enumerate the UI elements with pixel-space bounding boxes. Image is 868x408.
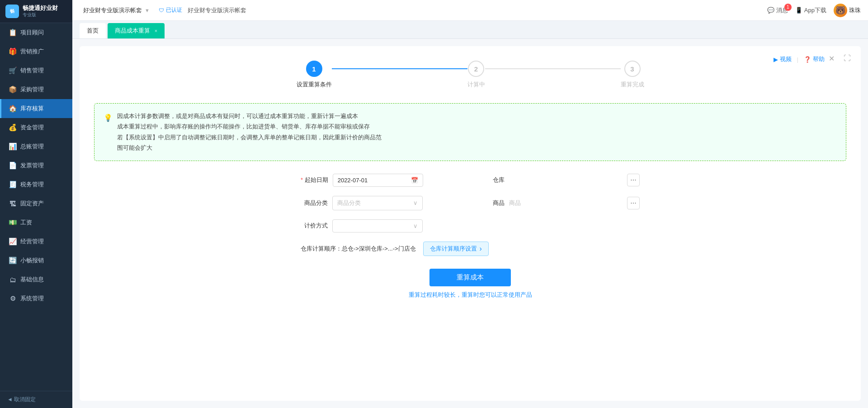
step-label-3: 重算完成: [621, 81, 644, 89]
tab-cost-recalc[interactable]: 商品成本重算 ×: [108, 23, 165, 38]
message-icon: 💬: [767, 7, 774, 14]
user-avatar-group[interactable]: 🐻 珠珠: [834, 4, 861, 17]
goods-placeholder: 商品: [509, 199, 521, 206]
sidebar-item-system[interactable]: ⚙ 系统管理: [0, 289, 72, 308]
sidebar-title: 畅捷通好业财: [23, 5, 58, 12]
goods-group: 商品 商品 ···: [477, 197, 640, 209]
warehouse-order-btn-label: 仓库计算顺序设置: [430, 245, 477, 253]
sidebar-item-invoice[interactable]: 📄 发票管理: [0, 156, 72, 175]
help-link[interactable]: ❓ 帮助: [804, 55, 825, 63]
sidebar-item-base[interactable]: 🗂 基础信息: [0, 270, 72, 289]
base-icon: 🗂: [9, 276, 17, 284]
project-icon: 📋: [9, 28, 17, 37]
warehouse-label: 仓库: [477, 176, 505, 184]
video-label: 视频: [780, 55, 792, 63]
step-label-1: 设置重算条件: [297, 81, 332, 89]
notice-line: 因成本计算参数调整，或是对商品成本有疑问时，可以通过成本重算功能，重新计算一遍成…: [117, 111, 382, 121]
active-tab-label: 商品成本重算: [115, 27, 150, 34]
warehouse-order-label: 仓库计算顺序：总仓->深圳仓库->...->门店仓: [301, 245, 416, 253]
message-button[interactable]: 💬 消息 1: [767, 6, 788, 14]
account-select[interactable]: 好业财专业版演示帐套 ▼: [80, 5, 153, 16]
start-date-label: 起始日期: [301, 176, 328, 184]
inventory-icon: 🏠: [9, 104, 17, 113]
sidebar-unpin[interactable]: ◄ 取消固定: [0, 391, 72, 408]
home-tab-label: 首页: [87, 27, 99, 34]
panel-expand-btn[interactable]: ⛶: [841, 53, 854, 64]
sidebar-item-inventory[interactable]: 🏠 库存核算: [0, 99, 72, 118]
pricing-group: 计价方式 ∨: [301, 219, 463, 232]
play-icon: ▶: [774, 56, 778, 63]
sidebar-item-label-expense: 小畅报销: [20, 256, 44, 265]
step-3: 3 重算完成: [621, 61, 644, 89]
stepper: 1 设置重算条件 2 计算中 3 重算完成: [94, 57, 846, 89]
recalc-button[interactable]: 重算成本: [429, 269, 511, 286]
pricing-chevron-icon: ∨: [413, 223, 418, 229]
verified-label: 已认证: [166, 6, 182, 14]
goods-dots-btn[interactable]: ···: [627, 197, 640, 209]
step-circle-1: 1: [306, 61, 322, 77]
sidebar-item-salary[interactable]: 💵 工资: [0, 213, 72, 232]
tax-icon: 🧾: [9, 180, 17, 189]
warehouse-dots-btn[interactable]: ···: [627, 174, 640, 186]
start-date-input[interactable]: 2022-07-01 📅: [333, 174, 423, 187]
step-circle-3: 3: [624, 61, 641, 77]
sidebar-item-purchase[interactable]: 📦 采购管理: [0, 80, 72, 99]
warehouse-order-btn[interactable]: 仓库计算顺序设置 ›: [423, 242, 489, 256]
sidebar-item-project[interactable]: 📋 项目顾问: [0, 23, 72, 42]
message-badge: 1: [784, 4, 792, 11]
tab-home[interactable]: 首页: [80, 23, 106, 38]
sidebar-item-sales[interactable]: 🛒 销售管理: [0, 61, 72, 80]
video-link[interactable]: ▶ 视频: [774, 55, 792, 63]
topbar: 好业财专业版演示帐套 ▼ 🛡 已认证 好业财专业版演示帐套 💬 消息 1 📱 A…: [72, 0, 868, 21]
sidebar-header: 畅 畅捷通好业财 专业版: [0, 0, 72, 23]
expense-icon: 🔄: [9, 256, 17, 265]
sidebar-item-general[interactable]: 📊 总账管理: [0, 137, 72, 156]
recalc-note: 重算过程耗时较长，重算时您可以正常使用产品: [409, 291, 532, 299]
sidebar-item-label-system: 系统管理: [20, 294, 44, 303]
sidebar-title-group: 畅捷通好业财 专业版: [23, 5, 58, 18]
marketing-icon: 🎁: [9, 47, 17, 56]
start-date-value: 2022-07-01: [338, 177, 407, 184]
sidebar-item-tax[interactable]: 🧾 税务管理: [0, 175, 72, 194]
phone-icon: 📱: [795, 7, 802, 14]
form-row-3: 计价方式 ∨: [301, 219, 640, 232]
sidebar-item-label-assets: 固定资产: [20, 199, 44, 208]
app-download-button[interactable]: 📱 App下载: [795, 6, 826, 14]
verified-badge: 🛡 已认证: [159, 6, 182, 14]
sidebar-item-expense[interactable]: 🔄 小畅报销: [0, 251, 72, 270]
pricing-select[interactable]: ∨: [332, 219, 423, 232]
purchase-icon: 📦: [9, 85, 17, 94]
category-select[interactable]: 商品分类 ∨: [332, 196, 423, 210]
step-label-2: 计算中: [467, 81, 485, 89]
step-circle-2: 2: [468, 61, 484, 77]
sidebar-item-label-invoice: 发票管理: [20, 161, 44, 170]
calendar-icon[interactable]: 📅: [411, 177, 418, 184]
notice-line: 围可能会扩大: [117, 142, 382, 153]
form-row-2: 商品分类 商品分类 ∨ 商品 商品 ···: [301, 196, 640, 210]
panel-top-right-links: ▶ 视频 | ❓ 帮助: [774, 55, 825, 63]
sidebar-item-marketing[interactable]: 🎁 营销推广: [0, 42, 72, 61]
sidebar-item-label-base: 基础信息: [20, 275, 44, 284]
divider: |: [797, 56, 798, 63]
panel-actions: ✕ ⛶: [826, 53, 854, 64]
help-label: 帮助: [813, 55, 825, 63]
step-2: 2 计算中: [467, 61, 485, 89]
sidebar-item-assets[interactable]: 🏗 固定资产: [0, 194, 72, 213]
sidebar-item-label-inventory: 库存核算: [20, 104, 44, 113]
sidebar-item-label-purchase: 采购管理: [20, 85, 44, 94]
notice-line: 若【系统设置】中启用了自动调整记账日期时，会调整入库单的整单记账日期，因此重新计…: [117, 132, 382, 142]
warehouse-group: 仓库 ···: [477, 174, 640, 186]
tab-close-icon[interactable]: ×: [155, 28, 157, 33]
notice-box: 💡 因成本计算参数调整，或是对商品成本有疑问时，可以通过成本重算功能，重新计算一…: [94, 103, 846, 161]
sidebar-item-funds[interactable]: 💰 资金管理: [0, 118, 72, 137]
sidebar-item-label-funds: 资金管理: [20, 123, 44, 132]
system-icon: ⚙: [9, 294, 17, 303]
sidebar-item-label-salary: 工资: [20, 218, 32, 227]
sidebar-item-operation[interactable]: 📈 经营管理: [0, 232, 72, 251]
sales-icon: 🛒: [9, 66, 17, 75]
logo-text: 畅: [10, 8, 14, 14]
topbar-right: 💬 消息 1 📱 App下载 🐻 珠珠: [767, 4, 861, 17]
invoice-icon: 📄: [9, 161, 17, 170]
sidebar-item-label-project: 项目顾问: [20, 28, 44, 37]
panel-close-btn[interactable]: ✕: [826, 53, 837, 64]
